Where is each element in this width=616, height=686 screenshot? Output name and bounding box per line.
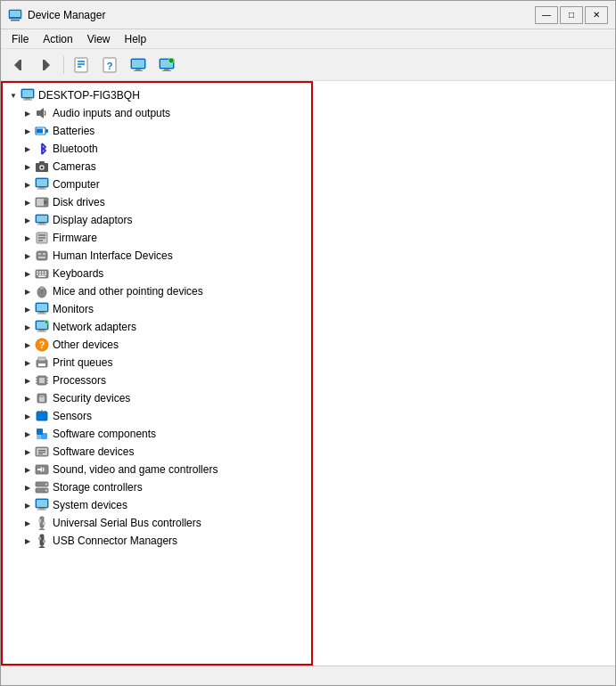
tree-item-network[interactable]: ▶ Network adapters [3, 318, 311, 336]
tree-item-diskdrives[interactable]: ▶ Disk drives [3, 193, 311, 211]
expand-icon-network[interactable]: ▶ [21, 320, 35, 334]
expand-icon-keyboards[interactable]: ▶ [21, 266, 35, 281]
tree-item-usb[interactable]: ▶ Universal Serial Bus controllers [3, 514, 311, 532]
tree-item-display[interactable]: ▶ Display adaptors [3, 211, 311, 229]
svg-rect-48 [38, 237, 45, 239]
display-button[interactable] [125, 53, 152, 78]
expand-icon-cameras[interactable]: ▶ [21, 159, 35, 174]
maximize-button[interactable]: □ [560, 6, 583, 24]
tree-item-hid[interactable]: ▶ Human Interface Devices [3, 247, 311, 265]
tree-item-print[interactable]: ▶ Print queues [3, 354, 311, 372]
help-button[interactable]: ? [96, 53, 123, 78]
forward-button[interactable] [33, 53, 60, 78]
expand-icon-usb[interactable]: ▶ [21, 516, 35, 530]
device-icon-diskdrives [35, 195, 49, 209]
expand-icon-softwarecomponents[interactable]: ▶ [21, 427, 35, 441]
expand-icon-processors[interactable]: ▶ [21, 373, 35, 388]
svg-rect-73 [39, 330, 45, 331]
expand-icon-security[interactable]: ▶ [21, 391, 35, 405]
close-button[interactable]: ✕ [585, 6, 608, 24]
expand-icon-display[interactable]: ▶ [21, 213, 35, 227]
tree-item-firmware[interactable]: ▶ Firmware [3, 229, 311, 247]
expand-icon-print[interactable]: ▶ [21, 355, 35, 370]
expand-icon-storage[interactable]: ▶ [21, 480, 35, 494]
tree-item-batteries[interactable]: ▶ Batteries [3, 122, 311, 140]
expand-icon-system[interactable]: ▶ [21, 498, 35, 512]
svg-rect-36 [37, 179, 47, 186]
tree-item-sound[interactable]: ▶ Sound, video and game controllers [3, 461, 311, 478]
expand-icon-batteries[interactable]: ▶ [21, 124, 35, 138]
device-icon-display [35, 213, 49, 227]
device-icon-bluetooth [35, 142, 49, 156]
tree-item-sensors[interactable]: ▶ Sensors [3, 407, 311, 425]
tree-item-processors[interactable]: ▶ Processors [3, 372, 311, 389]
device-icon-usb [35, 516, 49, 530]
status-bar [1, 666, 615, 685]
svg-rect-16 [134, 70, 143, 71]
expand-icon-audio[interactable]: ▶ [21, 106, 35, 120]
expand-icon-sensors[interactable]: ▶ [21, 409, 35, 423]
device-icon-network [35, 320, 49, 334]
tree-item-audio[interactable]: ▶ Audio inputs and outputs [3, 104, 311, 122]
tree-item-mice[interactable]: ▶ Mice and other pointing devices [3, 282, 311, 300]
expand-icon-softwaredevices[interactable]: ▶ [21, 445, 35, 459]
expand-icon-monitors[interactable]: ▶ [21, 302, 35, 316]
svg-point-21 [168, 58, 174, 63]
device-icon-system [35, 498, 49, 512]
tree-item-softwaredevices[interactable]: ▶ Software devices [3, 443, 311, 461]
expand-icon-computer[interactable]: ▶ [21, 177, 35, 192]
tree-item-storage[interactable]: ▶ Storage controllers [3, 478, 311, 496]
expand-icon-bluetooth[interactable]: ▶ [21, 142, 35, 156]
svg-point-33 [41, 167, 44, 169]
tree-item-computer[interactable]: ▶ Computer [3, 176, 311, 193]
menu-action[interactable]: Action [36, 31, 79, 47]
tree-item-bluetooth[interactable]: ▶ Bluetooth [3, 140, 311, 158]
properties-button[interactable] [68, 53, 94, 78]
expand-icon-sound[interactable]: ▶ [21, 462, 35, 477]
tree-item-monitors[interactable]: ▶ Monitors [3, 300, 311, 318]
network-button[interactable] [153, 53, 180, 78]
right-panel [313, 81, 615, 666]
svg-rect-58 [45, 272, 46, 274]
tree-item-keyboards[interactable]: ▶ Keyboards [3, 265, 311, 282]
expand-icon-firmware[interactable]: ▶ [21, 231, 35, 245]
tree-item-other[interactable]: ▶ ? Other devices [3, 336, 311, 354]
minimize-button[interactable]: — [535, 6, 558, 24]
svg-rect-57 [42, 272, 44, 274]
content-area: ▼ DESKTOP-FIG3BQH ▶ [1, 81, 615, 666]
tree-item-usbconnector[interactable]: ▶ USB Connector Managers [3, 532, 311, 550]
tree-item-security[interactable]: ▶ Security devices [3, 389, 311, 407]
expand-icon-other[interactable]: ▶ [21, 338, 35, 352]
svg-text:?: ? [39, 340, 45, 350]
device-label-diskdrives: Disk drives [53, 196, 105, 208]
tree-panel[interactable]: ▼ DESKTOP-FIG3BQH ▶ [1, 81, 313, 666]
expand-icon-mice[interactable]: ▶ [21, 284, 35, 298]
toolbar-separator-1 [63, 56, 64, 74]
title-bar: Device Manager — □ ✕ [1, 1, 615, 29]
device-icon-cameras [35, 159, 49, 174]
svg-rect-118 [38, 537, 41, 540]
expand-icon-diskdrives[interactable]: ▶ [21, 195, 35, 209]
device-label-other: Other devices [53, 339, 119, 351]
device-label-batteries: Batteries [53, 125, 94, 137]
tree-items: ▶ Audio inputs and outputs ▶ Batteries ▶… [3, 104, 311, 550]
menu-view[interactable]: View [80, 31, 118, 47]
tree-root-item[interactable]: ▼ DESKTOP-FIG3BQH [3, 86, 311, 104]
device-label-security: Security devices [53, 392, 130, 404]
svg-rect-53 [38, 257, 45, 258]
svg-rect-19 [164, 69, 169, 70]
svg-rect-34 [39, 161, 45, 164]
expand-icon-usbconnector[interactable]: ▶ [21, 534, 35, 548]
tree-item-softwarecomponents[interactable]: ▶ Software components [3, 425, 311, 443]
svg-rect-15 [136, 69, 141, 70]
back-button[interactable] [4, 53, 31, 78]
menu-help[interactable]: Help [118, 31, 154, 47]
tree-item-system[interactable]: ▶ System devices [3, 496, 311, 514]
tree-item-cameras[interactable]: ▶ Cameras [3, 158, 311, 176]
svg-point-75 [45, 321, 48, 324]
expand-icon-hid[interactable]: ▶ [21, 249, 35, 263]
device-label-processors: Processors [53, 374, 106, 387]
root-expand-icon[interactable]: ▼ [6, 88, 21, 102]
menu-file[interactable]: File [4, 31, 36, 47]
device-label-network: Network adapters [53, 321, 136, 333]
